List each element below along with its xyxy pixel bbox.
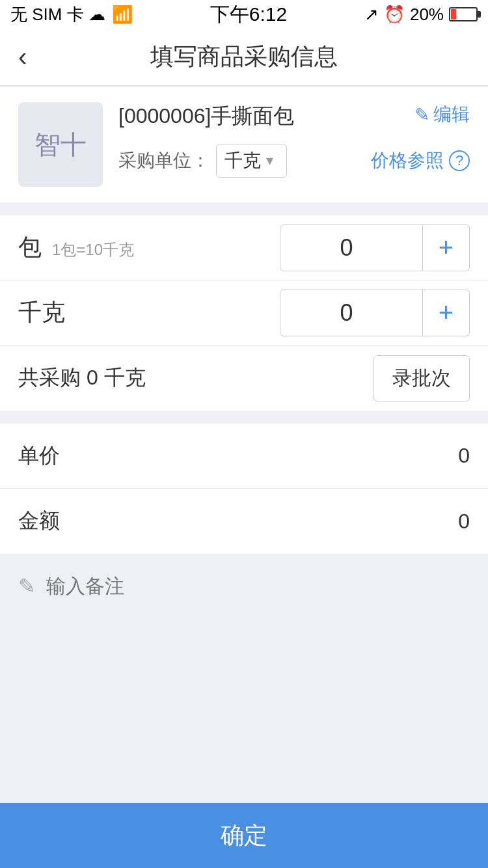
qty-plus-kg[interactable]: + [423,290,470,336]
unit-price-label: 单价 [18,442,60,470]
product-name: [0000006]手撕面包 [118,102,294,131]
qty-input-bao[interactable] [280,224,423,271]
record-batch-button[interactable]: 录批次 [373,355,470,401]
back-button[interactable]: ‹ [18,42,27,72]
quantity-section: 包 1包=10千克 + 千克 + [0,215,488,346]
amount-value: 0 [458,509,470,534]
price-ref-label: 价格参照 [371,148,444,173]
notes-input[interactable] [46,575,470,597]
product-logo-text: 智十 [34,127,87,163]
battery-icon [449,7,478,21]
qty-label-group-bao: 包 1包=10千克 [18,232,280,264]
unit-price-value: 0 [458,444,470,468]
wifi-icon: 📶 [112,5,133,25]
product-card: 智十 [0000006]手撕面包 ✎ 编辑 采购单位： 千克 ▾ 价格参照 ? [0,87,488,202]
qty-label-group-kg: 千克 [18,297,280,329]
quantity-row-kg: 千克 + [0,280,488,346]
status-bar: 无 SIM 卡 ☁ 📶 下午6:12 ↗ ⏰ 20% [0,0,488,29]
notes-section: ✎ [0,554,488,619]
alarm-icon: ⏰ [384,5,405,25]
status-time: 下午6:12 [210,1,287,28]
qty-plus-bao[interactable]: + [423,224,470,271]
amount-row: 金额 0 [0,489,488,554]
status-left: 无 SIM 卡 ☁ 📶 [10,3,133,26]
product-info: [0000006]手撕面包 ✎ 编辑 采购单位： 千克 ▾ 价格参照 ? [118,102,470,178]
section-separator-1 [0,202,488,215]
location-icon: ↗ [364,5,379,25]
section-separator-2 [0,411,488,424]
chevron-down-icon: ▾ [266,152,273,169]
unit-select[interactable]: 千克 ▾ [216,144,287,178]
bottom-filler [0,619,488,814]
nav-bar: ‹ 填写商品采购信息 [0,29,488,86]
total-text: 共采购 0 千克 [18,364,146,392]
unit-price-row: 单价 0 [0,424,488,489]
unit-label: 采购单位： 千克 ▾ [118,144,287,178]
confirm-button[interactable]: 确定 [0,803,488,868]
product-image: 智十 [18,102,103,187]
product-header: [0000006]手撕面包 ✎ 编辑 [118,102,470,131]
edit-button[interactable]: ✎ 编辑 [414,102,470,127]
unit-label-text: 采购单位： [118,148,210,173]
price-ref-button[interactable]: 价格参照 ? [371,148,470,173]
qty-sub-label-bao: 1包=10千克 [52,239,134,260]
price-section: 单价 0 金额 0 [0,424,488,554]
status-right: ↗ ⏰ 20% [364,5,478,25]
total-row: 共采购 0 千克 录批次 [0,346,488,411]
battery-percent: 20% [410,5,444,25]
qty-input-kg[interactable] [280,290,423,336]
page-title: 填写商品采购信息 [150,41,338,73]
qty-input-group-kg: + [280,290,470,336]
qty-main-label-kg: 千克 [18,297,65,329]
product-unit-row: 采购单位： 千克 ▾ 价格参照 ? [118,144,470,178]
help-icon: ? [449,150,470,171]
quantity-row-bao: 包 1包=10千克 + [0,215,488,280]
edit-icon: ✎ [414,104,429,126]
sim-label: 无 SIM 卡 ☁ [10,3,105,26]
edit-label: 编辑 [433,102,470,127]
amount-label: 金额 [18,507,60,536]
unit-value: 千克 [224,148,261,173]
pencil-icon: ✎ [18,574,36,599]
qty-input-group-bao: + [280,224,470,271]
qty-main-label-bao: 包 [18,232,42,264]
battery-fill [451,9,456,20]
